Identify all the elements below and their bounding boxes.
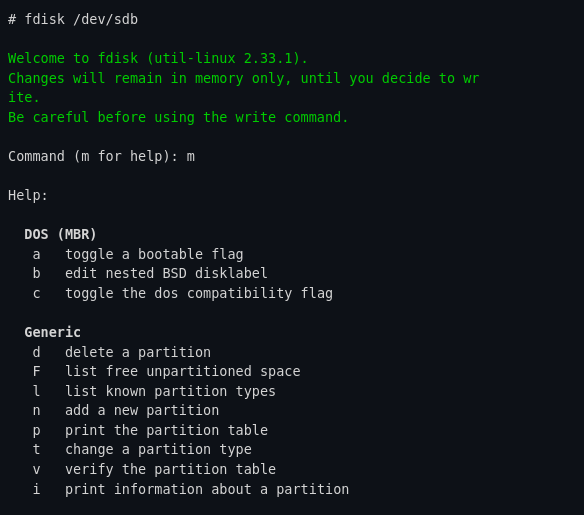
cmd-d-desc: delete a partition [65, 344, 211, 360]
cmd-i-desc: print information about a partition [65, 481, 349, 497]
prompt-line: # fdisk /dev/sdb [8, 11, 138, 27]
generic-item-n: n add a new partition [8, 401, 576, 421]
generic-item-t: t change a partition type [8, 440, 576, 460]
cmd-b-desc: edit nested BSD disklabel [65, 265, 268, 281]
blank-3 [8, 168, 16, 184]
cmd-i-letter: i [32, 481, 40, 497]
cmd-F-desc: list free unpartitioned space [65, 363, 301, 379]
generic-header: Generic [8, 323, 576, 343]
generic-item-i: i print information about a partition [8, 480, 576, 500]
help-label: Help: [8, 187, 49, 203]
warning-line-2: Be careful before using the write comman… [8, 109, 349, 125]
blank-1 [8, 31, 16, 47]
cmd-c-desc: toggle the dos compatibility flag [65, 285, 333, 301]
cmd-t-letter: t [32, 441, 40, 457]
cmd-d-letter: d [32, 344, 40, 360]
terminal-window: # fdisk /dev/sdb Welcome to fdisk (util-… [0, 0, 584, 515]
cmd-n-letter: n [32, 402, 40, 418]
dos-items: a toggle a bootable flag b edit nested B… [8, 245, 576, 304]
warning-line-1: Changes will remain in memory only, unti… [8, 70, 479, 106]
cmd-c-letter: c [32, 285, 40, 301]
cmd-a-letter: a [32, 246, 40, 262]
welcome-line: Welcome to fdisk (util-linux 2.33.1). [8, 50, 309, 66]
cmd-t-desc: change a partition type [65, 441, 252, 457]
cmd-n-desc: add a new partition [65, 402, 219, 418]
cmd-l-desc: list known partition types [65, 383, 276, 399]
cmd-b-letter: b [32, 265, 40, 281]
generic-item-F: F list free unpartitioned space [8, 362, 576, 382]
blank-2 [8, 128, 16, 144]
cmd-v-desc: verify the partition table [65, 461, 276, 477]
cmd-p-letter: p [32, 422, 40, 438]
generic-item-v: v verify the partition table [8, 460, 576, 480]
terminal-content: # fdisk /dev/sdb Welcome to fdisk (util-… [8, 10, 576, 245]
dos-item-b: b edit nested BSD disklabel [8, 264, 576, 284]
cmd-v-letter: v [32, 461, 40, 477]
generic-item-p: p print the partition table [8, 421, 576, 441]
generic-item-d: d delete a partition [8, 343, 576, 363]
dos-item-c: c toggle the dos compatibility flag [8, 284, 576, 304]
generic-items: d delete a partition F list free unparti… [8, 343, 576, 500]
blank-4 [8, 207, 16, 223]
dos-item-a: a toggle a bootable flag [8, 245, 576, 265]
blank-5 [8, 303, 576, 323]
generic-item-l: l list known partition types [8, 382, 576, 402]
command-prompt-line: Command (m for help): m [8, 148, 195, 164]
cmd-l-letter: l [32, 383, 40, 399]
cmd-a-desc: toggle a bootable flag [65, 246, 244, 262]
cmd-p-desc: print the partition table [65, 422, 268, 438]
cmd-F-letter: F [32, 363, 40, 379]
dos-header: DOS (MBR) [8, 226, 97, 242]
